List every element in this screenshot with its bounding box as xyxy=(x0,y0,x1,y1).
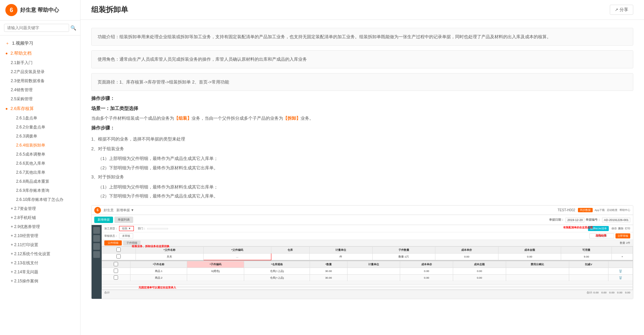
sidebar-item-2-14[interactable]: + 2.14常见问题 xyxy=(0,268,80,277)
sw-sidebar-icon-3 xyxy=(93,243,100,250)
sidebar-item-2-7[interactable]: + 2.7资金管理 xyxy=(0,204,80,213)
sidebar-item-2-15[interactable]: + 2.15操作案例 xyxy=(0,277,80,286)
sub-th-qty: *数量 xyxy=(310,261,347,268)
sidebar-item-docs-label: 2.帮助文档 xyxy=(10,50,32,56)
sub-td-code-1: 0(橙色) xyxy=(187,268,244,275)
sw-sidebar-icon-4 xyxy=(93,251,100,258)
sidebar-item-2-8[interactable]: + 2.8手机旺铺 xyxy=(0,213,80,222)
sub-td-ratio-2 xyxy=(506,275,569,281)
sidebar-item-2-6-3[interactable]: 2.6.3调拨单 xyxy=(5,132,80,141)
sw-footer-total-end: 0.00 xyxy=(625,291,630,294)
sidebar-item-2-11[interactable]: + 2.11打印设置 xyxy=(0,240,80,249)
share-button[interactable]: ↗ 分享 xyxy=(610,5,633,15)
annotation-switch-text: 组装业务、拆卸业务在这里切换 xyxy=(132,244,169,248)
sw-window: 6 好生意 新增单据 ▼ TEST-H002 同步数据 App下载启动检查帮助中… xyxy=(92,206,633,299)
search-button[interactable]: 🔍 xyxy=(70,25,76,31)
sub-td-unit-2 xyxy=(347,275,400,281)
sidebar-item-2-10[interactable]: + 2.10经营管理 xyxy=(0,231,80,240)
sub-th-op xyxy=(608,261,633,268)
annotation-enable-text: 启用处理 xyxy=(595,234,606,237)
sidebar: 6 好生意 帮助中心 🔍 ＋ 1.视频学习 ● 2.帮助文档 2.1新手入门 2… xyxy=(0,0,80,335)
sidebar-item-2-6-8[interactable]: 2.6.8商品成本重算 xyxy=(5,177,80,186)
td-qty-1: 件 xyxy=(309,254,372,260)
scene1-title: 场景一：加工类型选择 xyxy=(91,106,633,112)
sidebar-item-video[interactable]: ＋ 1.视频学习 xyxy=(0,38,80,48)
sidebar-item-2-6-1[interactable]: 2.6.1盘点单 xyxy=(5,114,80,123)
th-unit: 子件数量 xyxy=(372,247,435,254)
sw-tab-assembly: 父件明细 xyxy=(104,240,122,245)
sub-select-all[interactable] xyxy=(114,262,118,266)
sidebar-item-2-6-6[interactable]: 2.6.6其他入库单 xyxy=(5,159,80,168)
td-wh-1 xyxy=(271,254,309,260)
sub-td-code-2 xyxy=(187,275,244,281)
sidebar-item-2-9[interactable]: + 2.9优惠券管理 xyxy=(0,222,80,231)
sub-td-deduct-2 xyxy=(569,275,608,281)
sw-sub-table-area: *子件名称 *子件编码 *仓库规格 *数量 计量单位 成本单价 成本总额 费用分… xyxy=(102,260,633,290)
sw-footer-total-amount: 0.00 xyxy=(609,291,614,294)
sub-table-row-1: 商品 1 0(橙色) 仓库(+上品) 30.00 0.00 0.00 xyxy=(102,268,633,275)
sidebar-item-2-1[interactable]: 2.1新手入门 xyxy=(0,58,80,67)
step-2-1: （1）上部明细为父件明细，最终作为产成品生成其它入库单； xyxy=(91,155,633,162)
sw-sidebar-icon-2 xyxy=(93,235,100,242)
row-check-1[interactable] xyxy=(116,254,121,259)
nav-section-docs: ● 2.帮助文档 2.1新手入门 2.2产品安装及登录 2.3使用前数据准备 2… xyxy=(0,48,80,286)
sidebar-item-2-6-5[interactable]: 2.6.5成本调整单 xyxy=(5,150,80,159)
sw-topbar-brand: 好生意 xyxy=(104,208,114,213)
sidebar-item-2-6-2[interactable]: 2.6.2分量盘点单 xyxy=(5,123,80,132)
operations-title: 操作步骤： xyxy=(91,96,633,102)
sub-td-empty-7 xyxy=(102,288,633,290)
sw-footer-total-qty: 合计: 0.00 xyxy=(587,291,599,294)
sw-form-row-1: 加工类型： 组装 ▼ 部门： 有装配清单的在这里处理 ← 选择BOM清单 保存 xyxy=(102,225,633,232)
sw-btn-print: 打印 xyxy=(625,227,630,230)
sidebar-item-2-2[interactable]: 2.2产品安装及登录 xyxy=(0,67,80,76)
step-2: 2、对于组装业务 xyxy=(91,145,633,153)
sub-th-cost: 成本单价 xyxy=(400,261,453,268)
sidebar-item-2-6-4[interactable]: 2.6.4组装拆卸单 xyxy=(5,141,80,150)
sub-td-ratio-1 xyxy=(506,268,569,275)
sidebar-item-2-6-10[interactable]: 2.6.10库存账本错了怎么办 xyxy=(5,195,80,204)
sidebar-item-docs[interactable]: ● 2.帮助文档 xyxy=(0,48,80,58)
sw-num-label: 数量 2件 xyxy=(620,241,630,245)
sub-row-check-2[interactable] xyxy=(114,275,118,280)
sidebar-item-2-6[interactable]: ● 2.6库存核算 xyxy=(0,104,80,114)
sub-td-check-2 xyxy=(102,275,130,281)
sw-footer-label: 合计 xyxy=(104,291,110,294)
sub-td-wh-1: 仓库(+上品) xyxy=(244,268,310,275)
sub-td-total-1: 0.00 xyxy=(453,268,506,275)
sidebar-item-2-3[interactable]: 2.3使用前数据准备 xyxy=(0,76,80,86)
sub-table-row-7 xyxy=(102,288,633,290)
minus-icon: ● xyxy=(5,51,8,56)
sw-btn-save: 保存 xyxy=(611,227,617,230)
sw-form-no-label: 单据编号： xyxy=(586,218,601,222)
intro-block-2: 使用角色：通常由生产人员或库管人员完成拆装业务的操作，库管人员确认原材料的出库和… xyxy=(91,50,633,68)
select-all-check[interactable] xyxy=(116,247,121,252)
sub-row-check-1[interactable] xyxy=(114,269,118,273)
intro-block-1: 功能介绍：组装拆卸单用来处理企业组装或拆卸等加工业务，支持有固定装配清单的产品加… xyxy=(91,28,633,46)
sub-td-check-1 xyxy=(102,268,130,275)
sidebar-item-video-label: 1.视频学习 xyxy=(12,40,33,46)
search-input[interactable] xyxy=(4,24,69,32)
sidebar-item-2-6-9[interactable]: 2.6.9库存账本查询 xyxy=(5,186,80,195)
sub-td-op-1: 🗑️ xyxy=(608,268,633,275)
sidebar-item-2-4[interactable]: 2.4销售管理 xyxy=(0,86,80,95)
sidebar-item-2-6-label: 2.6库存核算 xyxy=(10,106,34,112)
sidebar-item-2-13[interactable]: + 2.13在线支付 xyxy=(0,259,80,268)
th-available: 可用量 xyxy=(561,247,612,254)
sub-td-cost-1: 0.00 xyxy=(400,268,453,275)
annotation-no-bom-text: 无固定清单可以通过在这里录入 xyxy=(139,286,176,289)
sub-th-code: *子件编码 xyxy=(187,261,244,268)
sidebar-item-2-12[interactable]: + 2.12系统个性化设置 xyxy=(0,249,80,259)
sidebar-item-2-5[interactable]: 2.5采购管理 xyxy=(0,95,80,104)
th-warehouse: 仓库 xyxy=(271,247,309,254)
annotation-arrow-1: ← xyxy=(593,228,597,231)
sidebar-item-2-6-7[interactable]: 2.6.7其他出库单 xyxy=(5,168,80,177)
app-title: 好生意 帮助中心 xyxy=(20,7,59,14)
sw-data-table: *父件名称 *父件编码 仓库 计量单位 子件数量 成本单价 成本金额 可用量 xyxy=(102,246,633,260)
sw-toolbar: 新增单据 单据列表 单据日期： 2019-12-20 单据编号： AD-2019… xyxy=(92,215,633,225)
sw-status-val: 未审核 xyxy=(119,233,133,238)
sub-td-total-2: 0.00 xyxy=(453,275,506,281)
minus-icon-2-6: ● xyxy=(5,106,8,111)
td-name-1: 关关 xyxy=(136,254,203,260)
step-1: 1、根据不同的业务，选择不同单据的类型来处理 xyxy=(91,135,633,143)
sub-td-wh-2: 仓库(+上品) xyxy=(244,275,310,281)
